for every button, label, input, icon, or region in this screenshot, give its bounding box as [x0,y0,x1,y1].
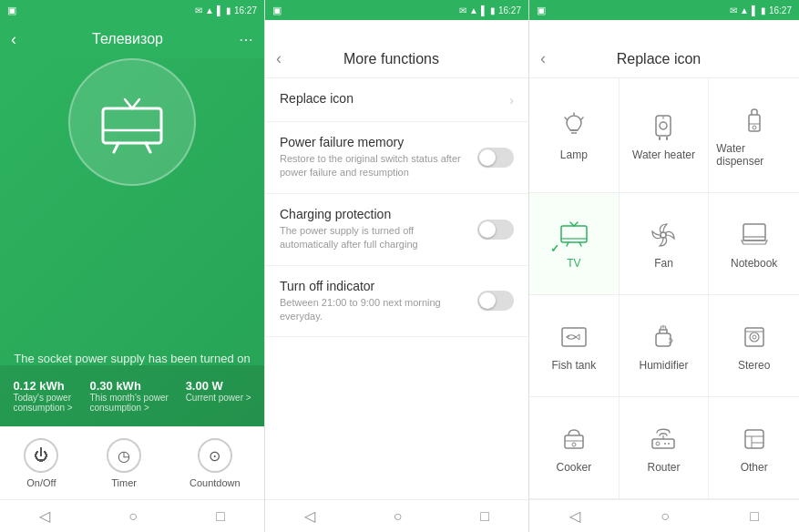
icon-cell-humidifier[interactable]: Humidifier [620,295,710,397]
nav-home-3[interactable]: ○ [661,508,670,525]
stat-month[interactable]: 0.30 kWh This month's powerconsumption > [82,374,175,417]
countdown-icon: ⊙ [198,438,232,473]
icon-cell-router[interactable]: Router [620,397,710,499]
nav-back-2[interactable]: ◁ [304,507,315,525]
menu-item-charging[interactable]: Charging protection The power supply is … [265,194,528,266]
humidifier-label: Humidifier [639,359,688,372]
countdown-button[interactable]: ⊙ Countdown [190,438,241,488]
icon-cell-cooker[interactable]: Cooker [529,397,620,499]
svg-rect-0 [103,108,161,143]
icon-cell-water-heater[interactable]: Water heater [620,78,710,193]
stat-today[interactable]: 0.12 kWh Today's powerconsumption > [5,374,79,417]
app-icon-3: ▣ [537,5,546,16]
nav-home-2[interactable]: ○ [394,508,403,525]
page-title-3: Replace icon [546,51,772,67]
menu-item-indicator-title: Turn off indicator [280,279,477,293]
countdown-label: Countdown [190,477,241,488]
battery-icon-2: ▮ [490,5,496,15]
page-title-2: More functions [282,51,501,67]
nav-recents-2[interactable]: □ [480,508,489,525]
stat-current-value: 3.00 W [186,379,251,393]
nav-recents-3[interactable]: □ [750,508,759,525]
bottom-controls: ⏻ On/Off ◷ Timer ⊙ Countdown [0,426,264,499]
status-bar-1: ▣ ✉ ▲ ▌ ▮ 16:27 [0,0,264,20]
signal-icon: ▌ [217,5,223,15]
signal-icon-3: ▌ [752,5,758,15]
tv-svg-icon [96,90,169,154]
menu-item-power-failure-content: Power failure memory Restore to the orig… [280,135,477,180]
more-button-1[interactable]: ⋯ [239,31,253,48]
water-heater-label: Water heater [632,148,695,161]
icon-cell-water-dispenser[interactable]: Water dispenser [709,78,799,193]
fish-tank-label: Fish tank [551,359,596,372]
toggle-knob [479,149,496,166]
icon-cell-notebook[interactable]: Notebook [709,193,799,295]
battery-icon: ▮ [226,5,231,15]
chevron-icon: › [509,93,514,107]
router-label: Router [647,461,680,474]
svg-point-29 [568,335,569,337]
time-display-1: 16:27 [234,5,257,15]
svg-point-43 [664,443,666,445]
svg-line-31 [661,326,661,329]
stereo-label: Stereo [738,359,770,372]
lamp-icon [558,110,590,143]
lamp-label: Lamp [560,148,588,161]
menu-list: Replace icon › Power failure memory Rest… [265,78,528,499]
icon-cell-tv[interactable]: ✓ TV [529,193,620,295]
svg-rect-26 [743,224,765,240]
fan-label: Fan [654,257,673,270]
status-bar-left-3: ▣ [537,5,546,16]
icon-cell-fish-tank[interactable]: Fish tank [529,295,620,397]
power-failure-toggle[interactable] [477,148,514,168]
on-off-label: On/Off [26,477,56,488]
stat-current-label: Current power > [186,393,251,403]
signal-icon-2: ▌ [481,5,487,15]
panel-more-functions: ▣ ✉ ▲ ▌ ▮ 16:27 ‹ More functions Replace… [264,0,528,532]
on-off-button[interactable]: ⏻ On/Off [24,438,58,488]
header-1: ‹ Телевизор ⋯ [0,20,264,58]
icon-cell-other[interactable]: Other [709,397,799,499]
svg-line-9 [565,118,567,119]
menu-item-indicator[interactable]: Turn off indicator Between 21:00 to 9:00… [265,266,528,338]
nav-bar-3: ◁ ○ □ [529,499,799,532]
msg-icon-3: ✉ [730,5,737,15]
timer-button[interactable]: ◷ Timer [107,438,141,488]
icon-cell-stereo[interactable]: Stereo [709,295,799,397]
svg-rect-28 [562,328,586,346]
nav-bar-1: ◁ ○ □ [0,499,264,532]
panel-tv-control: ▣ ✉ ▲ ▌ ▮ 16:27 ‹ Телевизор ⋯ The socket… [0,0,264,532]
header-3: ‹ Replace icon [529,20,799,78]
icon-cell-lamp[interactable]: Lamp [529,78,620,193]
wifi-icon: ▲ [205,5,214,15]
menu-item-power-failure[interactable]: Power failure memory Restore to the orig… [265,122,528,194]
nav-back-1[interactable]: ◁ [39,507,50,525]
indicator-toggle-knob [479,292,496,309]
icon-cell-fan[interactable]: Fan [620,193,710,295]
status-bar-right-2: ✉ ▲ ▌ ▮ 16:27 [459,5,521,15]
water-dispenser-icon [738,104,771,137]
tv-body: The socket power supply has been turned … [0,58,264,426]
menu-item-replace-icon[interactable]: Replace icon › [265,78,528,122]
msg-icon-2: ✉ [459,5,466,15]
notebook-label: Notebook [731,257,777,270]
status-bar-left-2: ▣ [272,5,282,16]
svg-rect-34 [745,328,763,346]
status-bar-right-3: ✉ ▲ ▌ ▮ 16:27 [730,5,792,15]
stat-current[interactable]: 3.00 W Current power > [179,374,259,417]
status-bar-2: ▣ ✉ ▲ ▌ ▮ 16:27 [265,0,528,20]
nav-home-1[interactable]: ○ [128,508,138,525]
nav-back-3[interactable]: ◁ [569,507,580,525]
other-icon [738,423,771,455]
menu-item-charging-right [477,220,514,240]
nav-bar-2: ◁ ○ □ [265,499,528,532]
header-2: ‹ More functions [265,20,528,78]
stat-month-value: 0.30 kWh [89,379,168,393]
nav-recents-1[interactable]: □ [216,508,225,525]
charging-toggle[interactable] [477,220,514,240]
water-dispenser-label: Water dispenser [716,142,792,168]
router-icon [647,423,680,455]
indicator-toggle[interactable] [477,291,514,311]
notebook-icon [738,219,771,251]
svg-point-36 [753,335,756,339]
